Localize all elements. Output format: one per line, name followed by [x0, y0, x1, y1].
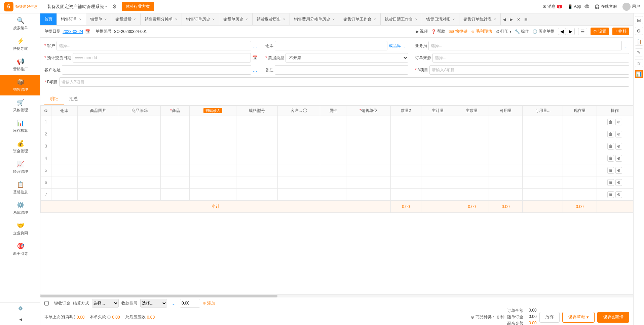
row-warehouse[interactable]	[51, 164, 78, 176]
save-new-button[interactable]: 保存&新增	[597, 312, 629, 323]
tab-cash-workbench[interactable]: 钱货日清工作台 ✕	[381, 13, 422, 26]
tab-more-button[interactable]: ✕	[515, 13, 522, 26]
tab-sales-return[interactable]: 销货单 ✕	[86, 13, 111, 26]
row-copy-btn[interactable]: ⊕	[615, 155, 622, 162]
app-download-item[interactable]: 📱 App下载	[568, 4, 589, 9]
row-spec[interactable]	[236, 116, 277, 128]
row-attribute[interactable]	[320, 140, 346, 152]
row-product-code[interactable]	[119, 176, 160, 189]
right-panel-btn-4[interactable]: ✎	[635, 48, 643, 56]
tab-expense-split-history-close[interactable]: ✕	[332, 18, 335, 21]
print-btn[interactable]: 🖨 打印 ▾	[495, 29, 512, 34]
row-delete-btn[interactable]: 🗑	[607, 143, 614, 150]
right-panel-btn-3[interactable]: 📋	[635, 38, 643, 46]
system-name[interactable]: 装备及固定资产辅助管理系统 ▾	[47, 4, 107, 10]
row-product[interactable]	[160, 189, 190, 201]
tab-sales-refund-history-close[interactable]: ✕	[283, 18, 286, 21]
row-attribute[interactable]	[320, 152, 346, 164]
tab-expense-split-history[interactable]: 销售费用分摊单历史 ✕	[290, 13, 339, 26]
view-btn[interactable]: ▶ 视频	[416, 29, 428, 34]
row-qty2[interactable]	[391, 116, 421, 128]
row-customer-ref[interactable]	[278, 116, 320, 128]
row-customer-ref[interactable]	[278, 164, 320, 176]
salesperson-dots-btn[interactable]: …	[622, 43, 629, 48]
user-item[interactable]: 用户	[622, 3, 640, 11]
right-panel-btn-5[interactable]: ☆	[635, 59, 643, 67]
tab-sales-refund-close[interactable]: ✕	[134, 18, 136, 21]
row-spec[interactable]	[236, 164, 277, 176]
row-copy-btn[interactable]: ⊕	[615, 131, 622, 137]
row-customer-ref[interactable]	[278, 140, 320, 152]
amount-input[interactable]	[180, 299, 200, 308]
date-value[interactable]: 2023-03-24	[63, 29, 83, 34]
row-product[interactable]	[160, 116, 190, 128]
tab-sales-return-history-close[interactable]: ✕	[245, 18, 248, 21]
shortcut-btn[interactable]: ⌨ 快捷键	[449, 29, 467, 34]
row-product-code[interactable]	[119, 189, 160, 201]
row-product-code[interactable]	[119, 116, 160, 128]
row-delete-btn[interactable]: 🗑	[607, 167, 614, 174]
row-main-qty[interactable]	[455, 116, 489, 128]
calendar-icon[interactable]: 📅	[85, 29, 90, 34]
row-sales-unit[interactable]	[346, 164, 390, 176]
row-sales-unit[interactable]	[346, 176, 390, 189]
tab-order-workbench[interactable]: 销售订单工作台 ✕	[339, 13, 381, 26]
sidebar-item-newuser[interactable]: 🎯 新手引导	[0, 239, 40, 259]
row-product-code[interactable]	[119, 152, 160, 164]
tab-sales-order-history-close[interactable]: ✕	[212, 18, 215, 21]
remark-input[interactable]	[275, 65, 408, 75]
row-product-code[interactable]	[119, 128, 160, 140]
online-support-item[interactable]: 🎧 在线客服	[595, 4, 617, 9]
col-gear[interactable]: ⚙	[41, 106, 51, 116]
operation-btn[interactable]: 🔧 操作	[515, 29, 529, 34]
sidebar-item-finance[interactable]: 💰 资金管理	[0, 136, 40, 157]
tab-detail[interactable]: 明细	[44, 93, 64, 105]
row-product[interactable]	[160, 164, 190, 176]
tab-sales-return-history[interactable]: 销货单历史 ✕	[219, 13, 253, 26]
row-sales-unit[interactable]	[346, 128, 390, 140]
tab-summary[interactable]: 汇总	[64, 93, 83, 105]
right-panel-btn-2[interactable]: ⚙	[635, 27, 643, 35]
solution-button[interactable]: 体验行业方案	[122, 2, 154, 11]
tab-sales-order-history[interactable]: 销售订单历史 ✕	[182, 13, 219, 26]
tab-prev-button[interactable]: ◀	[501, 13, 508, 26]
row-main-qty[interactable]	[455, 128, 489, 140]
tab-cash-account-close[interactable]: ✕	[452, 18, 455, 21]
row-copy-btn[interactable]: ⊕	[615, 119, 622, 125]
warehouse-input[interactable]	[275, 41, 387, 50]
row-warehouse[interactable]	[51, 140, 78, 152]
tab-sales-order-close[interactable]: ✕	[79, 18, 82, 21]
row-sales-unit[interactable]	[346, 116, 390, 128]
delivery-input[interactable]	[73, 53, 251, 63]
row-spec[interactable]	[236, 140, 277, 152]
sidebar-bottom-settings[interactable]: ⚙️	[0, 303, 40, 314]
row-sales-unit[interactable]	[346, 140, 390, 152]
tab-sales-expense-close[interactable]: ✕	[175, 18, 178, 21]
tab-window-button[interactable]: ⊞	[522, 13, 530, 26]
row-attribute[interactable]	[320, 128, 346, 140]
prev-record-btn[interactable]: ◀	[558, 28, 566, 35]
row-qty2[interactable]	[391, 189, 421, 201]
row-qty2[interactable]	[391, 176, 421, 189]
row-customer-ref[interactable]	[278, 128, 320, 140]
help-btn[interactable]: ❓ 帮助	[431, 29, 445, 34]
row-warehouse[interactable]	[51, 128, 78, 140]
row-sales-unit[interactable]	[346, 152, 390, 164]
one-click-label[interactable]: 一键收订金	[44, 300, 70, 306]
add-material-btn[interactable]: + 物料	[612, 28, 629, 35]
discard-button[interactable]: 放弃	[539, 312, 560, 323]
row-main-qty[interactable]	[455, 176, 489, 189]
row-copy-btn[interactable]: ⊕	[615, 143, 622, 150]
row-warehouse[interactable]	[51, 176, 78, 189]
horizontal-scrollbar[interactable]	[40, 294, 633, 297]
row-product[interactable]	[160, 128, 190, 140]
warehouse-dots-btn[interactable]: …	[401, 43, 408, 48]
settings-button[interactable]: ⚙	[110, 2, 119, 11]
tab-sales-stats[interactable]: 销售订单统计表 ✕	[459, 13, 501, 26]
add-payment-btn[interactable]: ⊕ 添加	[203, 300, 215, 306]
one-click-checkbox[interactable]	[44, 301, 49, 306]
row-copy-btn[interactable]: ⊕	[615, 191, 622, 198]
row-spec[interactable]	[236, 128, 277, 140]
delivery-calendar-icon[interactable]: 📅	[251, 55, 259, 60]
row-attribute[interactable]	[320, 116, 346, 128]
